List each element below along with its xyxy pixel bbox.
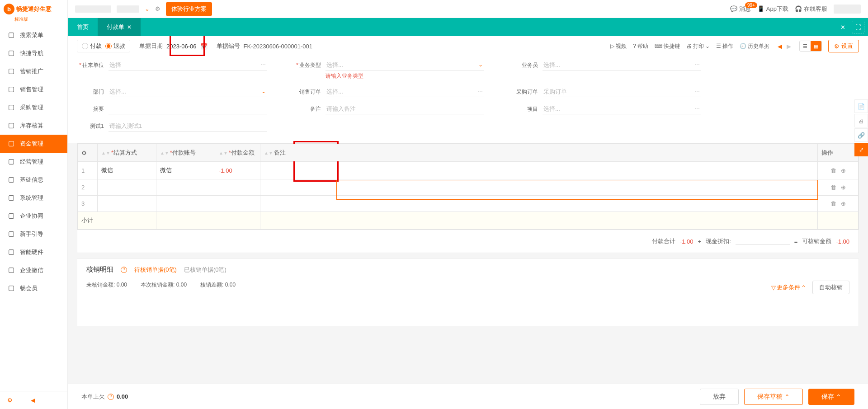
table-row[interactable]: 1微信微信-1.00🗑⊕ [78,162,859,179]
settle-column-header[interactable]: ▲▼*结算方式 [98,144,156,162]
dept-input[interactable] [108,86,267,97]
sidebar-item-home[interactable]: 快捷导航 [0,44,67,62]
settle-cell[interactable]: 微信 [98,162,156,179]
view-list[interactable]: ☰ [800,41,811,51]
messages-link[interactable]: 💬 消息 99+ [730,5,751,13]
app-download-link[interactable]: 📱 App下载 [757,5,788,13]
settings-button[interactable]: ⚙ 设置 [828,40,859,52]
chevron-down-icon[interactable]: ⌄ [261,88,266,94]
print-link[interactable]: 🖨 打印 ⌄ [686,42,710,50]
sidebar-item-cart[interactable]: 采购管理 [0,99,67,117]
sidebar-item-money[interactable]: 资金管理 [0,135,67,153]
tab-payment[interactable]: 付款单 ✕ [98,18,141,36]
shortcut-link[interactable]: ⌨ 快捷键 [655,42,680,50]
org-selector[interactable]: ⌄ [75,5,150,13]
delete-row-icon[interactable]: 🗑 [830,184,836,191]
save-button[interactable]: 保存 ⌃ [808,389,854,405]
add-row-icon[interactable]: ⊕ [841,200,846,207]
history-link[interactable]: 🕘 历史单据 [740,42,769,50]
remark-cell[interactable] [260,162,818,179]
delete-row-icon[interactable]: 🗑 [830,200,836,207]
chevron-down-icon[interactable]: ⌄ [478,61,483,68]
delete-row-icon[interactable]: 🗑 [830,167,836,174]
operate-link[interactable]: ☰ 操作 [716,42,733,50]
gear-column-header[interactable]: ⚙ [78,144,98,162]
video-link[interactable]: ▷ 视频 [610,42,627,50]
summary-input[interactable] [108,103,267,114]
test1-input[interactable] [108,121,267,132]
clerk-input[interactable] [542,60,701,71]
close-icon[interactable]: ✕ [127,24,132,30]
discount-input[interactable] [736,238,790,245]
table-row[interactable]: 2🗑⊕ [78,179,859,196]
remark-cell[interactable] [260,196,818,212]
collapse-icon[interactable]: ◀ [31,397,35,404]
tab-home[interactable]: 首页 [68,18,98,36]
view-card[interactable]: ▦ [811,41,821,51]
user-avatar[interactable] [834,5,861,14]
sidebar-item-megaphone[interactable]: 营销推广 [0,62,67,80]
more-conditions-link[interactable]: ▽ 更多条件 ⌃ [771,283,806,291]
dots-icon[interactable]: ⋯ [694,88,700,94]
amount-cell[interactable] [215,196,260,212]
amount-cell[interactable] [215,179,260,196]
account-column-header[interactable]: ▲▼*付款账号 [156,144,215,162]
sidebar-item-chip[interactable]: 智能硬件 [0,243,67,261]
sale-order-input[interactable] [326,86,484,97]
sidebar-item-building[interactable]: 企业协同 [0,207,67,225]
remark-column-header[interactable]: ▲▼备注 [260,144,818,162]
purchase-order-input[interactable] [542,86,701,97]
fullscreen-icon[interactable]: ⛶ [852,21,864,33]
remark-input[interactable] [326,103,484,114]
help-icon[interactable]: ? [121,267,127,273]
radio-refund[interactable]: 退款 [105,42,125,50]
dots-icon[interactable]: ⋯ [260,61,266,68]
account-cell[interactable]: 微信 [156,162,215,179]
dots-icon[interactable]: ⋯ [694,61,700,68]
tab-pending-writeoff[interactable]: 待核销单据(0笔) [134,266,177,274]
next-doc-arrow[interactable]: ▶ [785,42,793,50]
amount-column-header[interactable]: ▲▼*付款金额 [215,144,260,162]
sidebar-item-clipboard[interactable]: 经营管理 [0,153,67,171]
add-row-icon[interactable]: ⊕ [841,184,846,191]
tab-close-all[interactable]: ✕ [836,21,849,33]
auto-writeoff-button[interactable]: 自动核销 [812,281,849,294]
doc-date-field[interactable]: 单据日期 2023-06-06 📅 [139,42,208,50]
help-link[interactable]: ? 帮助 [633,42,648,50]
amount-cell[interactable]: -1.00 [215,162,260,179]
sidebar-item-refresh[interactable]: 系统管理 [0,189,67,207]
remark-cell[interactable] [260,179,818,196]
account-cell[interactable] [156,196,215,212]
float-note-icon[interactable]: 📄 [854,99,868,113]
dots-icon[interactable]: ⋯ [477,88,483,94]
sidebar-item-vip[interactable]: 畅会员 [0,279,67,297]
help-icon[interactable]: ? [108,394,114,400]
sidebar-item-grid[interactable]: 基础信息 [0,171,67,189]
account-cell[interactable] [156,179,215,196]
prev-doc-arrow[interactable]: ◀ [776,42,784,50]
float-expand-icon[interactable]: ⤢ [854,143,868,156]
float-link-icon[interactable]: 🔗 [854,128,868,142]
unit-input[interactable] [108,60,267,71]
sidebar-item-search[interactable]: 搜索菜单 [0,26,67,44]
sidebar-item-wechat[interactable]: 企业微信 [0,261,67,279]
save-draft-button[interactable]: 保存草稿 ⌃ [744,389,803,405]
dots-icon[interactable]: ⋯ [694,105,700,112]
biztype-input[interactable] [326,60,484,71]
table-row[interactable]: 3🗑⊕ [78,196,859,212]
settle-cell[interactable] [98,179,156,196]
radio-payment[interactable]: 付款 [82,42,102,50]
discard-button[interactable]: 放弃 [700,389,739,405]
online-service-link[interactable]: 🎧 在线客服 [795,5,827,13]
sidebar-item-tag[interactable]: 销售管理 [0,80,67,99]
sidebar-item-flag[interactable]: 新手引导 [0,225,67,243]
settle-cell[interactable] [98,196,156,212]
float-print-icon[interactable]: 🖨 [854,114,868,127]
tab-done-writeoff[interactable]: 已核销单据(0笔) [184,266,226,274]
trial-button[interactable]: 体验行业方案 [166,2,212,16]
project-input[interactable] [542,103,701,114]
gear-icon[interactable]: ⚙ [155,5,160,12]
add-row-icon[interactable]: ⊕ [841,167,846,174]
sidebar-item-warehouse[interactable]: 库存核算 [0,117,67,135]
settings-icon[interactable]: ⚙ [7,397,13,404]
